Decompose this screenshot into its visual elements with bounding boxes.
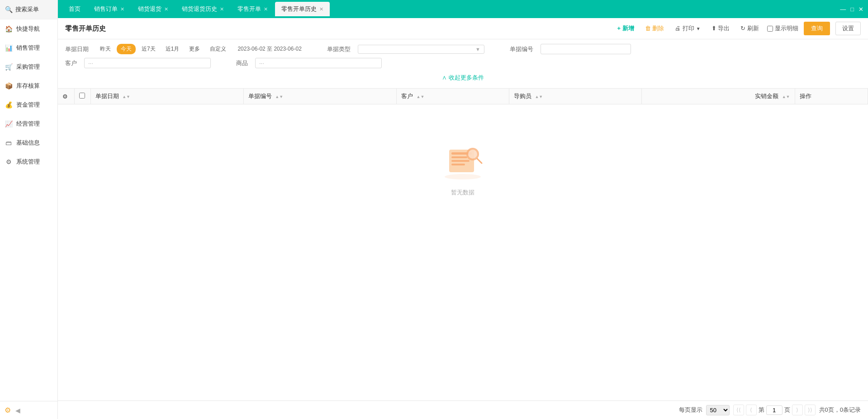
empty-state-row: 暂无数据 — [58, 104, 868, 233]
delete-button[interactable]: 🗑 删除 — [642, 23, 667, 34]
collapse-icon[interactable]: ◀ — [15, 407, 20, 414]
sys-mgmt-icon: ⚙ — [5, 158, 13, 166]
settings-button[interactable]: 设置 — [835, 22, 861, 35]
page-next-btn[interactable]: ⟩ — [792, 405, 803, 415]
page-number-input[interactable] — [766, 405, 783, 415]
tab-close-retail-open[interactable]: ✕ — [264, 6, 268, 12]
th-salesperson-label: 导购员 — [514, 93, 531, 99]
order-no-input[interactable] — [541, 44, 631, 54]
th-order-no[interactable]: 单据编号 ▲▼ — [243, 89, 396, 104]
sidebar: 🔍 搜索采单 🏠 快捷导航 📊 销售管理 🛒 采购管理 📦 库存核算 💰 资金管… — [0, 0, 58, 419]
sidebar-search-label: 搜索采单 — [15, 5, 39, 14]
th-date[interactable]: 单据日期 ▲▼ — [90, 89, 243, 104]
page-current-label: 第 — [759, 406, 764, 414]
per-page-select[interactable]: 50 10 20 100 — [706, 405, 730, 415]
tab-sales-return[interactable]: 销货退货 ✕ — [132, 2, 175, 16]
settings-icon[interactable]: ⚙ — [62, 93, 68, 100]
date-btn-last1month[interactable]: 近1月 — [161, 44, 184, 54]
finance-icon: 💰 — [5, 101, 13, 109]
search-icon: 🔍 — [5, 5, 13, 14]
goods-filter-label: 商品 — [236, 59, 248, 67]
table-header-row: ⚙ 单据日期 ▲▼ 单据编号 ▲▼ 客户 ▲▼ — [58, 89, 868, 104]
customer-filter-select[interactable]: ··· — [84, 58, 211, 68]
date-btn-last7days[interactable]: 近7天 — [138, 44, 160, 54]
sidebar-search[interactable]: 🔍 搜索采单 — [0, 0, 57, 19]
print-dropdown-icon[interactable]: ▼ — [696, 26, 701, 31]
sidebar-item-label: 基础信息 — [16, 139, 40, 147]
toolbar: 零售开单历史 + 新增 🗑 删除 🖨 打印 ▼ ⬆ 导出 ↻ 刷新 显示明细 — [58, 18, 868, 39]
purchase-icon: 🛒 — [5, 63, 13, 71]
date-btn-today[interactable]: 今天 — [117, 44, 136, 54]
svg-point-0 — [445, 174, 481, 179]
page-first-btn[interactable]: ⟨⟨ — [733, 405, 744, 415]
sidebar-item-label: 快捷导航 — [16, 25, 40, 33]
main-content: 首页 销售订单 ✕ 销货退货 ✕ 销货退货历史 ✕ 零售开单 ✕ 零售开单历史 … — [58, 0, 868, 419]
th-actions: 操作 — [795, 89, 868, 104]
tab-close-sales-order[interactable]: ✕ — [120, 6, 124, 12]
sidebar-item-purchase-mgmt[interactable]: 🛒 采购管理 — [0, 57, 57, 76]
page-prev-btn[interactable]: ⟨ — [746, 405, 757, 415]
sidebar-item-sales-mgmt[interactable]: 📊 销售管理 — [0, 38, 57, 57]
svg-line-8 — [477, 159, 482, 163]
tab-close-retail-open-history[interactable]: ✕ — [319, 6, 323, 12]
window-maximize-btn[interactable]: □ — [850, 6, 854, 13]
sidebar-item-label: 库存核算 — [16, 82, 40, 90]
tab-home[interactable]: 首页 — [62, 2, 87, 16]
print-button[interactable]: 🖨 打印 ▼ — [672, 23, 703, 34]
sidebar-item-inventory[interactable]: 📦 库存核算 — [0, 76, 57, 95]
tabbar: 首页 销售订单 ✕ 销货退货 ✕ 销货退货历史 ✕ 零售开单 ✕ 零售开单历史 … — [58, 0, 868, 18]
th-checkbox[interactable] — [74, 89, 90, 104]
page-last-btn[interactable]: ⟩⟩ — [805, 405, 816, 415]
show-detail-checkbox[interactable]: 显示明细 — [767, 24, 798, 33]
settings-bottom-icon[interactable]: ⚙ — [5, 406, 11, 414]
export-button[interactable]: ⬆ 导出 — [709, 23, 733, 34]
sidebar-item-operations[interactable]: 📈 经营管理 — [0, 114, 57, 133]
filter-collapse[interactable]: ∧ 收起更多条件 — [65, 72, 861, 84]
data-table: ⚙ 单据日期 ▲▼ 单据编号 ▲▼ 客户 ▲▼ — [58, 89, 868, 233]
sidebar-item-basic-info[interactable]: 🗃 基础信息 — [0, 133, 57, 152]
window-close-btn[interactable]: ✕ — [859, 6, 863, 13]
order-no-sort-icon[interactable]: ▲▼ — [275, 94, 283, 99]
select-all-checkbox[interactable] — [79, 93, 85, 99]
tab-sales-return-history[interactable]: 销货退货历史 ✕ — [175, 2, 230, 16]
customer-sort-icon[interactable]: ▲▼ — [417, 94, 425, 99]
date-btn-custom[interactable]: 自定义 — [206, 44, 230, 54]
sidebar-item-quick-nav[interactable]: 🏠 快捷导航 — [0, 19, 57, 38]
tab-retail-open-history[interactable]: 零售开单历史 ✕ — [275, 2, 330, 16]
type-filter-label: 单据类型 — [327, 45, 351, 53]
goods-filter-select[interactable]: ··· — [255, 58, 382, 68]
filter-date-range: 2023-06-02 至 2023-06-02 — [237, 45, 301, 53]
type-filter-select[interactable]: ▼ — [358, 45, 484, 54]
date-btn-more[interactable]: 更多 — [185, 44, 204, 54]
tab-sales-order[interactable]: 销售订单 ✕ — [88, 2, 131, 16]
sidebar-item-finance[interactable]: 💰 资金管理 — [0, 95, 57, 114]
th-settings[interactable]: ⚙ — [58, 89, 74, 104]
query-button[interactable]: 查询 — [804, 22, 830, 35]
th-amount[interactable]: 实销金额 ▲▼ — [642, 89, 795, 104]
empty-state: 暂无数据 — [58, 104, 868, 233]
filter-row-1: 单据日期 昨天 今天 近7天 近1月 更多 自定义 2023-06-02 至 2… — [65, 44, 861, 54]
refresh-button[interactable]: ↻ 刷新 — [738, 23, 762, 34]
tab-close-sales-return-history[interactable]: ✕ — [220, 6, 224, 12]
th-order-no-label: 单据编号 — [248, 93, 272, 99]
svg-point-7 — [468, 150, 477, 159]
tab-retail-open[interactable]: 零售开单 ✕ — [231, 2, 274, 16]
th-amount-label: 实销金额 — [755, 93, 778, 99]
th-customer[interactable]: 客户 ▲▼ — [396, 89, 509, 104]
th-actions-label: 操作 — [800, 93, 811, 99]
sidebar-item-sys-mgmt[interactable]: ⚙ 系统管理 — [0, 152, 57, 171]
page-label: 页 — [784, 406, 790, 414]
show-detail-input[interactable] — [767, 26, 773, 32]
th-salesperson[interactable]: 导购员 ▲▼ — [509, 89, 642, 104]
salesperson-sort-icon[interactable]: ▲▼ — [535, 94, 543, 99]
amount-sort-icon[interactable]: ▲▼ — [782, 94, 790, 99]
tab-close-sales-return[interactable]: ✕ — [164, 6, 168, 12]
pagination: 每页显示 50 10 20 100 ⟨⟨ ⟨ 第 页 ⟩ ⟩⟩ 共0页，0条记录 — [58, 400, 868, 419]
window-minimize-btn[interactable]: — — [840, 6, 846, 13]
date-sort-icon[interactable]: ▲▼ — [122, 94, 130, 99]
filter-area: 单据日期 昨天 今天 近7天 近1月 更多 自定义 2023-06-02 至 2… — [58, 39, 868, 89]
add-button[interactable]: + 新增 — [614, 23, 636, 34]
th-customer-label: 客户 — [401, 93, 413, 99]
date-btn-yesterday[interactable]: 昨天 — [96, 44, 115, 54]
tabbar-right-controls: — □ ✕ — [840, 6, 863, 13]
